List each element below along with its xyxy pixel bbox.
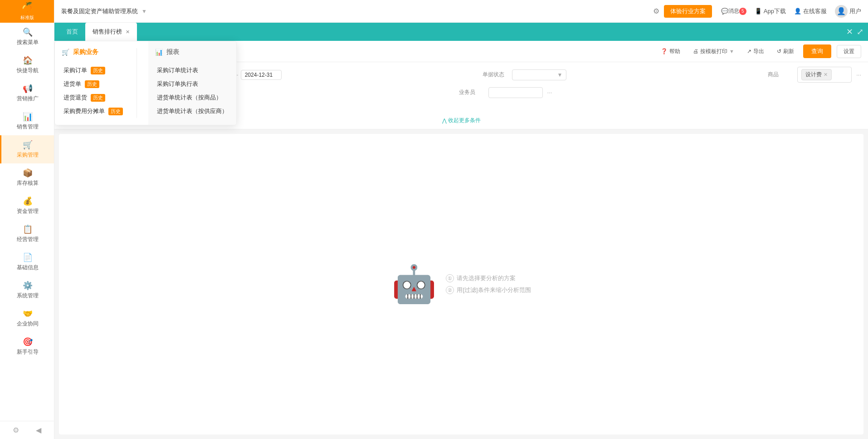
user-button[interactable]: 👤 用户 <box>835 5 861 18</box>
goods-receipt-history-badge: 历史 <box>85 80 99 88</box>
sidebar-item-marketing[interactable]: 📢 营销推广 <box>0 79 54 107</box>
goods-receipt-label: 进货单 <box>63 80 81 88</box>
sidebar-item-sales[interactable]: 📊 销售管理 <box>0 107 54 135</box>
title-chevron-icon: ▼ <box>141 8 147 15</box>
finance-icon: 💰 <box>23 196 33 206</box>
sidebar-label-guide: 新手引导 <box>17 348 39 356</box>
dropdown-item-purchase-order[interactable]: 采购订单 历史 <box>62 64 125 77</box>
tab-bar-expand-icon[interactable]: ⤢ <box>857 27 863 37</box>
sidebar-label-cooperation: 企业协同 <box>17 320 39 328</box>
guide-icon: 🎯 <box>23 337 33 347</box>
sidebar-item-operation[interactable]: 📋 经营管理 <box>0 220 54 248</box>
dropdown-item-goods-stat-by-supplier[interactable]: 进货单统计表（按供应商） <box>155 104 229 118</box>
export-button[interactable]: ↗ 导出 <box>743 46 768 57</box>
date-to-input[interactable] <box>241 70 282 80</box>
goods-filter-ellipsis[interactable]: ··· <box>856 71 861 78</box>
tab-home-label: 首页 <box>66 28 78 36</box>
sidebar-item-quick-nav[interactable]: 🏠 快捷导航 <box>0 51 54 79</box>
purchase-order-stat-label: 采购订单统计表 <box>157 66 198 74</box>
dropdown-item-goods-stat-by-product[interactable]: 进货单统计表（按商品） <box>155 91 229 104</box>
sidebar-item-inventory[interactable]: 📦 库存核算 <box>0 163 54 192</box>
sidebar-item-search[interactable]: 🔍 搜索菜单 <box>0 23 54 51</box>
app-title-text: 装餐及固定资产辅助管理系统 <box>61 7 138 15</box>
inventory-icon: 📦 <box>23 168 33 178</box>
sidebar-settings-button[interactable]: ⚙ <box>13 426 19 434</box>
empty-state-content: 🤖 ① 请先选择要分析的方案 ② 用[过滤]条件来缩小分析范围 <box>391 263 531 306</box>
sidebar-collapse-button[interactable]: ◀ <box>36 426 41 434</box>
doc-status-select[interactable]: ▼ <box>512 69 566 80</box>
goods-tag: 设计费 ✕ <box>801 69 832 80</box>
goods-stat-by-supplier-label: 进货单统计表（按供应商） <box>157 107 228 115</box>
sidebar-logo: 🍊 标准版 <box>0 0 54 23</box>
doc-status-chevron-icon: ▼ <box>557 72 563 78</box>
print-icon: 🖨 <box>693 48 698 54</box>
sidebar: 🍊 标准版 🔍 搜索菜单 🏠 快捷导航 📢 营销推广 📊 销售管理 🛒 采购管理… <box>0 0 54 439</box>
cooperation-icon: 🤝 <box>23 309 33 319</box>
dropdown-item-purchase-order-exec[interactable]: 采购订单执行表 <box>155 77 229 91</box>
print-chevron-icon: ▼ <box>729 49 734 54</box>
tab-sales-rank-label: 销售排行榜 <box>93 28 122 36</box>
app-download-button[interactable]: 📱 App下载 <box>755 7 786 15</box>
sidebar-item-purchase[interactable]: 🛒 采购管理 <box>0 135 54 163</box>
tab-sales-rank[interactable]: 销售排行榜 ✕ <box>85 23 137 41</box>
tab-home[interactable]: 首页 <box>59 23 85 41</box>
sidebar-label-system: 系统管理 <box>17 292 39 300</box>
dropdown-item-goods-receipt[interactable]: 进货单 历史 <box>62 77 125 91</box>
report-header: 📊 报表 <box>155 48 229 59</box>
online-service-label: 在线客服 <box>803 7 827 15</box>
doc-status-filter-label: 单据状态 <box>483 71 507 79</box>
purchase-expense-history-badge: 历史 <box>108 108 123 115</box>
template-print-button[interactable]: 🖨 按模板打印 ▼ <box>689 46 738 57</box>
empty-state-icon: 🤖 <box>391 263 437 306</box>
purchase-order-history-badge: 历史 <box>91 67 105 74</box>
goods-tag-value: 设计费 <box>805 71 822 79</box>
purchase-business-col: 🛒 采购业务 采购订单 历史 进货单 历史 进货退货 历史 采购费用分摊单 <box>62 48 125 118</box>
sidebar-label-sales: 销售管理 <box>17 123 39 131</box>
tab-bar-close-icon[interactable]: ✕ <box>846 27 853 37</box>
tab-sales-rank-close[interactable]: ✕ <box>126 29 130 35</box>
refresh-button[interactable]: ↺ 刷新 <box>773 46 798 57</box>
message-icon: 💬 <box>721 8 728 15</box>
industry-plan-button[interactable]: 体验行业方案 <box>664 5 712 18</box>
query-button[interactable]: 查询 <box>803 44 831 58</box>
doc-status-value <box>516 72 555 78</box>
online-service-button[interactable]: 👤 在线客服 <box>794 7 827 15</box>
sales-icon: 📊 <box>23 112 33 122</box>
top-bar-gear-icon[interactable]: ⚙ <box>653 7 659 15</box>
sidebar-item-cooperation[interactable]: 🤝 企业协同 <box>0 304 54 332</box>
sidebar-item-guide[interactable]: 🎯 新手引导 <box>0 332 54 360</box>
purchase-dropdown-menu: 🛒 采购业务 采购订单 历史 进货单 历史 进货退货 历史 采购费用分摊单 <box>54 41 237 125</box>
app-title: 装餐及固定资产辅助管理系统 ▼ <box>61 7 653 15</box>
sidebar-item-system[interactable]: ⚙️ 系统管理 <box>0 276 54 304</box>
purchase-icon: 🛒 <box>23 140 33 150</box>
salesperson-filter-label: 业务员 <box>459 89 484 96</box>
collapse-label: 收起更多条件 <box>448 117 481 124</box>
message-label: 消息 <box>728 7 739 15</box>
settings-button[interactable]: 设置 <box>837 45 861 58</box>
sidebar-item-basic-info[interactable]: 📄 基础信息 <box>0 248 54 276</box>
message-button[interactable]: 💬 消息 5 <box>721 7 746 15</box>
salesperson-select[interactable] <box>488 87 543 98</box>
dropdown-item-purchase-expense[interactable]: 采购费用分摊单 历史 <box>62 104 125 118</box>
goods-tag-remove-button[interactable]: ✕ <box>824 72 828 78</box>
help-button[interactable]: ❓ 帮助 <box>657 46 684 57</box>
sidebar-label-basic-info: 基础信息 <box>17 264 39 271</box>
sidebar-label-finance: 资金管理 <box>17 207 39 215</box>
goods-select[interactable]: 设计费 ✕ <box>797 67 852 83</box>
step-num-2: ② <box>446 286 454 294</box>
dropdown-item-goods-return[interactable]: 进货退货 历史 <box>62 91 125 104</box>
operation-icon: 📋 <box>23 224 33 234</box>
sidebar-label-marketing: 营销推广 <box>17 95 39 103</box>
sidebar-label-inventory: 库存核算 <box>17 179 39 187</box>
search-menu-icon: 🔍 <box>23 27 33 37</box>
app-download-label: App下载 <box>764 7 786 15</box>
top-bar-right: 💬 消息 5 📱 App下载 👤 在线客服 👤 用户 <box>721 5 861 18</box>
salesperson-ellipsis[interactable]: ··· <box>547 89 552 96</box>
export-label: 导出 <box>753 48 764 55</box>
dropdown-item-purchase-order-stat[interactable]: 采购订单统计表 <box>155 64 229 77</box>
home-icon: 🏠 <box>23 55 33 65</box>
collapse-up-icon: ⋀ <box>442 118 447 124</box>
purchase-business-header: 🛒 采购业务 <box>62 48 125 59</box>
sidebar-item-finance[interactable]: 💰 资金管理 <box>0 192 54 220</box>
user-avatar: 👤 <box>835 5 848 18</box>
